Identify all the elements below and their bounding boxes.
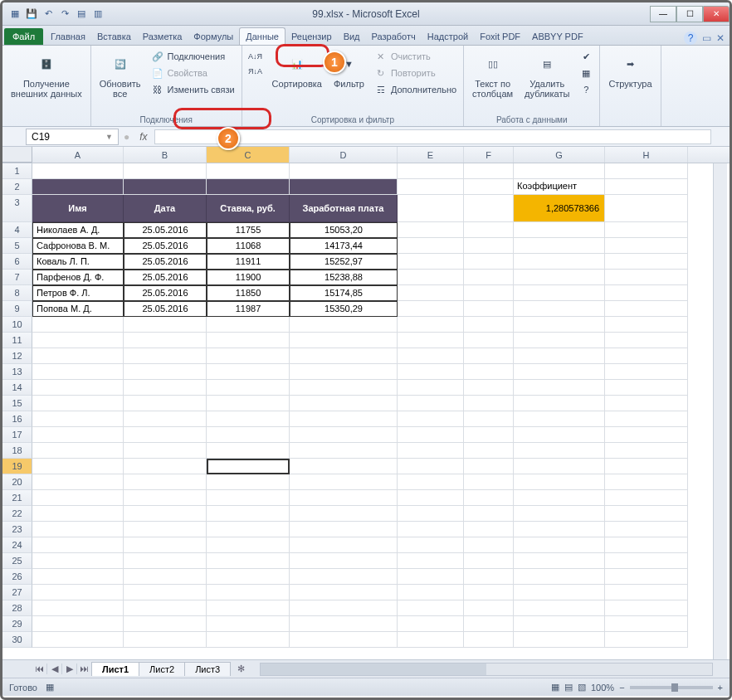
data-name-1[interactable]: Сафронова В. М. [32,238,124,254]
col-H[interactable]: H [605,147,688,163]
cell[interactable] [605,163,688,179]
row-13[interactable]: 13 [2,364,32,380]
cell[interactable] [514,553,605,569]
cell[interactable] [398,163,464,179]
cell[interactable] [514,222,605,238]
cell[interactable] [514,616,605,632]
cell[interactable] [290,333,398,348]
cell[interactable] [514,317,605,333]
row-28[interactable]: 28 [2,600,32,616]
cell[interactable] [605,254,688,270]
cell[interactable] [464,411,514,427]
cell[interactable] [207,380,290,396]
zoom-level[interactable]: 100% [591,683,614,693]
cell[interactable] [605,522,688,537]
cell[interactable] [124,522,207,537]
row-2[interactable]: 2 [2,179,32,195]
coef-value[interactable]: 1,280578366 [514,195,605,222]
col-header-0[interactable]: Имя [32,195,124,222]
cell[interactable] [464,195,514,222]
cell[interactable] [124,474,207,490]
data-name-3[interactable]: Парфенов Д. Ф. [32,270,124,285]
cell[interactable] [605,600,688,616]
cell[interactable] [207,553,290,569]
cell[interactable] [207,317,290,333]
cell[interactable] [398,222,464,238]
col-B[interactable]: B [124,147,207,163]
row-8[interactable]: 8 [2,285,32,301]
cell[interactable] [290,459,398,474]
cell[interactable] [290,585,398,600]
cell[interactable] [605,474,688,490]
cell[interactable] [398,506,464,522]
sheet-tab-2[interactable]: Лист2 [139,662,185,676]
cell[interactable] [207,364,290,380]
col-C[interactable]: C [207,147,290,163]
cell[interactable] [290,522,398,537]
vertical-scrollbar[interactable] [713,163,727,659]
tab-abbyy[interactable]: ABBYY PDF [526,28,589,45]
cell[interactable] [124,427,207,443]
cell[interactable] [398,301,464,317]
cell[interactable] [514,522,605,537]
view-layout-icon[interactable]: ▤ [564,682,573,693]
cell[interactable] [464,396,514,411]
cell[interactable] [605,364,688,380]
cell[interactable] [514,585,605,600]
cell[interactable] [605,317,688,333]
remove-duplicates-button[interactable]: ▤ Удалить дубликаты [521,49,573,100]
cell[interactable] [32,333,124,348]
view-break-icon[interactable]: ▧ [578,682,586,693]
cell[interactable] [32,459,124,474]
cell[interactable] [398,443,464,459]
cell[interactable] [514,427,605,443]
select-all-corner[interactable] [2,147,32,163]
cell[interactable] [464,364,514,380]
validation-button[interactable]: ✔ [578,49,594,64]
data-name-0[interactable]: Николаев А. Д. [32,222,124,238]
cell[interactable] [398,364,464,380]
cell[interactable] [32,396,124,411]
cell[interactable] [32,380,124,396]
doc-close-icon[interactable]: ✕ [716,32,725,44]
cell[interactable] [464,254,514,270]
col-E[interactable]: E [398,147,464,163]
cell[interactable] [124,490,207,506]
cell[interactable] [514,569,605,585]
cell[interactable] [207,522,290,537]
cell[interactable] [514,632,605,648]
get-external-data-button[interactable]: 🗄️ Получение внешних данных [7,49,85,100]
cell[interactable] [124,537,207,553]
sort-za-button[interactable]: Я↓А [247,64,264,79]
row-4[interactable]: 4 [2,222,32,238]
cell[interactable] [398,600,464,616]
tab-home[interactable]: Главная [45,28,91,45]
cell[interactable] [290,163,398,179]
cell[interactable] [514,411,605,427]
cell[interactable] [514,238,605,254]
table-header-bg[interactable] [207,179,290,195]
cell[interactable] [514,459,605,474]
table-header-bg[interactable] [32,179,124,195]
data-name-5[interactable]: Попова М. Д. [32,301,124,317]
consolidate-button[interactable]: ▦ [578,66,594,80]
row-30[interactable]: 30 [2,632,32,648]
macro-icon[interactable]: ▦ [46,682,54,693]
cell[interactable] [124,443,207,459]
name-box[interactable]: C19 ▼ [26,129,119,145]
row-20[interactable]: 20 [2,474,32,490]
tab-view[interactable]: Вид [338,28,366,45]
cell[interactable] [514,537,605,553]
cell[interactable] [514,364,605,380]
col-header-3[interactable]: Заработная плата [290,195,398,222]
cell[interactable] [207,616,290,632]
data-pay-3[interactable]: 15238,88 [290,270,398,285]
cell[interactable] [124,632,207,648]
cell[interactable] [124,600,207,616]
row-17[interactable]: 17 [2,427,32,443]
zoom-out-icon[interactable]: − [619,683,624,693]
cell[interactable] [605,222,688,238]
fx-icon[interactable]: fx [133,131,154,143]
cell[interactable] [290,443,398,459]
row-10[interactable]: 10 [2,317,32,333]
